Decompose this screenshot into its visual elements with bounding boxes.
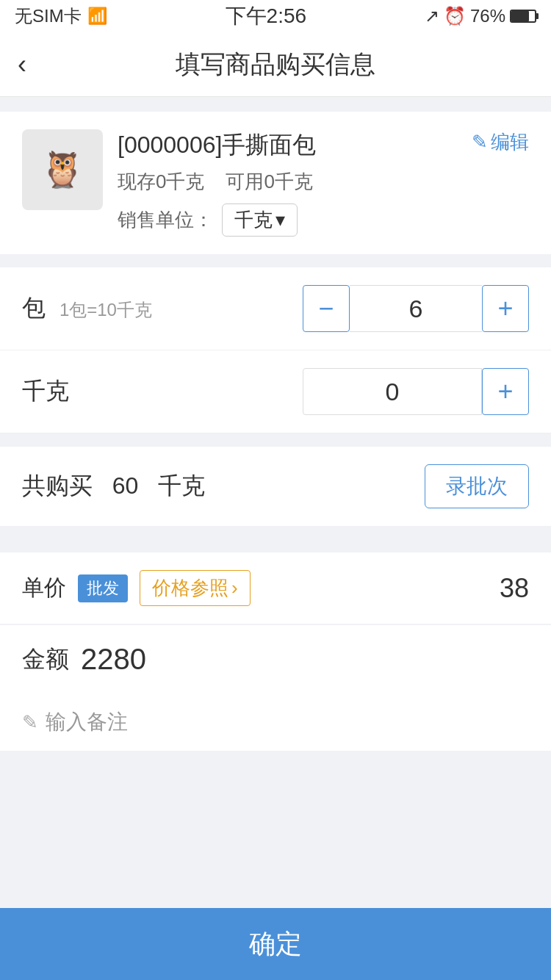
status-bar: 无SIM卡 📶 下午2:56 ↗ ⏰ 76% xyxy=(0,0,551,32)
product-name: [0000006]手撕面包 xyxy=(118,129,472,162)
confirm-button[interactable]: 确定 xyxy=(0,908,551,980)
price-ref-arrow-icon: › xyxy=(231,577,238,599)
product-image: 🦉 xyxy=(22,129,103,210)
nav-bar: ‹ 填写商品购买信息 xyxy=(0,32,551,97)
amount-value: 2280 xyxy=(81,643,146,676)
unit-value: 千克 xyxy=(234,207,273,233)
price-section: 单价 批发 价格参照 › 38 xyxy=(0,552,551,624)
alarm-icon: ⏰ xyxy=(444,6,466,26)
quantity-section: 包 1包=10千克 − + 千克 + xyxy=(0,267,551,433)
kg-input-row: 千克 + xyxy=(0,350,551,433)
confirm-button-label: 确定 xyxy=(249,926,302,962)
pack-label: 包 1包=10千克 xyxy=(22,292,303,325)
page-title: 填写商品购买信息 xyxy=(176,48,375,82)
pack-input-row: 包 1包=10千克 − + xyxy=(0,267,551,350)
summary-unit: 千克 xyxy=(158,472,205,499)
pack-plus-button[interactable]: + xyxy=(482,285,529,332)
price-label: 单价 xyxy=(22,573,66,603)
price-ref-label: 价格参照 xyxy=(152,575,228,601)
summary-amount: 60 xyxy=(112,472,139,499)
kg-plus-button[interactable]: + xyxy=(482,368,529,415)
kg-quantity-input[interactable] xyxy=(303,368,482,415)
summary-section: 共购买 60 千克 录批次 xyxy=(0,447,551,526)
edit-link[interactable]: ✎ 编辑 xyxy=(472,129,529,155)
battery-percent: 76% xyxy=(470,6,505,26)
available-text: 可用0千克 xyxy=(226,170,312,192)
unit-select[interactable]: 千克 ▾ xyxy=(222,203,298,237)
amount-section: 金额 2280 ✎ 输入备注 xyxy=(0,625,551,751)
product-info: [0000006]手撕面包 ✎ 编辑 现存0千克 可用0千克 销售单位： 千克 … xyxy=(118,129,529,237)
price-ref-button[interactable]: 价格参照 › xyxy=(140,570,251,606)
stock-text: 现存0千克 xyxy=(118,170,204,192)
note-row[interactable]: ✎ 输入备注 xyxy=(22,693,529,751)
note-placeholder: 输入备注 xyxy=(46,708,128,736)
kg-label: 千克 xyxy=(22,375,303,408)
pencil-icon: ✎ xyxy=(22,711,38,734)
kg-quantity-control: + xyxy=(303,368,529,415)
back-button[interactable]: ‹ xyxy=(18,49,26,80)
battery-icon xyxy=(510,10,536,23)
status-left: 无SIM卡 📶 xyxy=(15,4,107,28)
section-divider-2 xyxy=(0,433,551,447)
edit-icon: ✎ xyxy=(472,131,488,154)
summary-text: 共购买 60 千克 xyxy=(22,470,205,502)
location-icon: ↗ xyxy=(425,6,439,26)
price-tag: 批发 xyxy=(78,574,128,602)
pack-hint: 1包=10千克 xyxy=(60,300,152,320)
amount-row: 金额 2280 xyxy=(22,643,529,676)
amount-label: 金额 xyxy=(22,644,69,676)
wifi-icon: 📶 xyxy=(87,7,107,26)
pack-minus-button[interactable]: − xyxy=(303,285,350,332)
pack-quantity-input[interactable] xyxy=(350,285,482,332)
section-divider-1 xyxy=(0,254,551,267)
price-value: 38 xyxy=(500,573,529,604)
product-stock: 现存0千克 可用0千克 xyxy=(118,169,529,195)
carrier-text: 无SIM卡 xyxy=(15,4,82,28)
product-card: 🦉 [0000006]手撕面包 ✎ 编辑 现存0千克 可用0千克 销售单位： 千… xyxy=(0,112,551,254)
product-name-row: [0000006]手撕面包 ✎ 编辑 xyxy=(118,129,529,162)
status-right: ↗ ⏰ 76% xyxy=(425,6,536,26)
dropdown-arrow-icon: ▾ xyxy=(276,209,285,231)
product-logo-icon: 🦉 xyxy=(40,149,84,190)
unit-label: 销售单位： xyxy=(118,207,213,233)
pack-label-text: 包 xyxy=(22,295,46,321)
summary-prefix: 共购买 xyxy=(22,472,93,499)
batch-button[interactable]: 录批次 xyxy=(425,464,529,508)
section-divider-3 xyxy=(0,526,551,539)
pack-quantity-control: − + xyxy=(303,285,529,332)
status-time: 下午2:56 xyxy=(226,2,307,30)
edit-label: 编辑 xyxy=(491,129,529,155)
unit-row: 销售单位： 千克 ▾ xyxy=(118,203,529,237)
